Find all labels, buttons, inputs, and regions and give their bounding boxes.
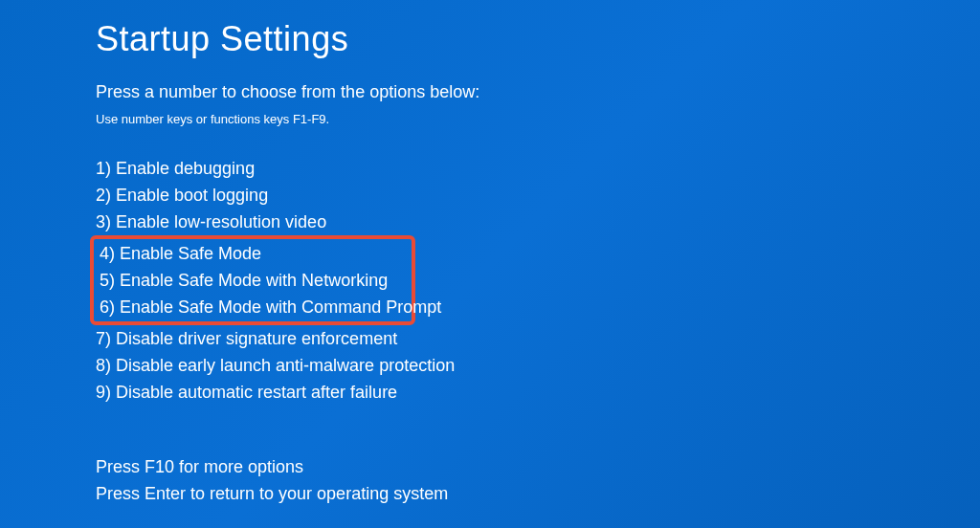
footer-more-options: Press F10 for more options: [96, 453, 980, 480]
option-6-safe-mode-cmd[interactable]: 6) Enable Safe Mode with Command Prompt: [96, 294, 410, 320]
highlight-annotation: 4) Enable Safe Mode 5) Enable Safe Mode …: [90, 235, 415, 325]
hint-text: Use number keys or functions keys F1-F9.: [96, 112, 980, 126]
page-title: Startup Settings: [96, 19, 980, 59]
option-9-auto-restart[interactable]: 9) Disable automatic restart after failu…: [96, 379, 980, 406]
option-7-driver-sig[interactable]: 7) Disable driver signature enforcement: [96, 325, 980, 352]
option-8-anti-malware[interactable]: 8) Disable early launch anti-malware pro…: [96, 352, 980, 379]
option-2-boot-logging[interactable]: 2) Enable boot logging: [96, 182, 980, 209]
option-3-low-res-video[interactable]: 3) Enable low-resolution video: [96, 209, 980, 235]
footer-return: Press Enter to return to your operating …: [96, 480, 980, 507]
option-5-safe-mode-networking[interactable]: 5) Enable Safe Mode with Networking: [96, 267, 410, 294]
option-1-debugging[interactable]: 1) Enable debugging: [96, 155, 980, 182]
subtitle-text: Press a number to choose from the option…: [96, 82, 980, 102]
options-list: 1) Enable debugging 2) Enable boot loggi…: [96, 155, 980, 406]
option-4-safe-mode[interactable]: 4) Enable Safe Mode: [96, 240, 410, 267]
